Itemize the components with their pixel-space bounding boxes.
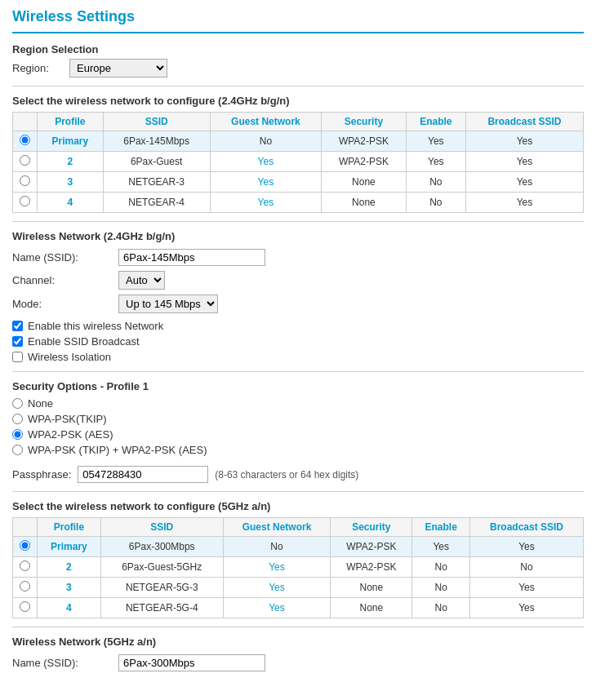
passphrase-input[interactable] [78, 466, 208, 483]
security-24ghz-section: Security Options - Profile 1 None WPA-PS… [12, 380, 584, 483]
wireless-isolation-checkbox[interactable] [12, 352, 23, 362]
security-5g-1: WPA2-PSK [331, 537, 412, 557]
table-row: 2 6Pax-Guest-5GHz Yes WPA2-PSK No No [13, 557, 584, 578]
enable-5g-3: No [412, 578, 470, 598]
radio-profile-5g-3[interactable] [20, 581, 30, 591]
enable-network-checkbox[interactable] [12, 321, 23, 331]
region-select[interactable]: Europe USA Asia Australia [69, 59, 167, 78]
broadcast-24-3: Yes [465, 172, 583, 193]
enable-ssid-checkbox[interactable] [12, 336, 23, 347]
region-section: Region Selection Region: Europe USA Asia… [12, 43, 584, 78]
table-row: 4 NETGEAR-4 Yes None No Yes [13, 193, 584, 213]
security-24-2: WPA2-PSK [322, 152, 407, 172]
security-none-label: None [28, 397, 53, 410]
table-row: Primary 6Pax-145Mbps No WPA2-PSK Yes Yes [13, 131, 584, 152]
table-row: Primary 6Pax-300Mbps No WPA2-PSK Yes Yes [13, 537, 584, 557]
col-guest-5g: Guest Network [223, 518, 331, 537]
enable-network-label: Enable this wireless Network [28, 320, 163, 332]
name-ssid-5g-input[interactable] [118, 654, 265, 671]
security-none-radio[interactable] [12, 398, 23, 409]
profile-4-label: 4 [38, 193, 104, 213]
radio-profile-24-3[interactable] [20, 175, 30, 186]
profile-5g-4-label: 4 [38, 598, 101, 618]
ssid-5g-4: NETGEAR-5G-4 [100, 598, 223, 618]
security-wpa-psk-tkip-radio[interactable] [12, 414, 23, 424]
ssid-5g-1: 6Pax-300Mbps [100, 537, 223, 557]
page-title: Wireless Settings [12, 8, 584, 25]
col-profile-24: Profile [38, 113, 104, 131]
profile-5g-2-label: 2 [38, 557, 101, 578]
name-ssid-5g-label: Name (SSID): [12, 657, 110, 669]
security-24ghz-title: Security Options - Profile 1 [12, 380, 584, 392]
guest-24-2: Yes [210, 152, 322, 172]
channel-label: Channel: [12, 274, 110, 286]
radio-profile-5g-2[interactable] [20, 560, 30, 571]
broadcast-24-4: Yes [465, 193, 583, 213]
col-enable-24: Enable [406, 113, 465, 131]
table-row: 3 NETGEAR-5G-3 Yes None No Yes [13, 578, 584, 598]
radio-profile-24-2[interactable] [20, 155, 30, 166]
table-5ghz-title: Select the wireless network to configure… [12, 500, 584, 512]
enable-24-4: No [406, 193, 465, 213]
profile-primary-label: Primary [38, 131, 104, 152]
enable-24-3: No [406, 172, 465, 193]
mode-label: Mode: [12, 298, 110, 310]
table-row: 3 NETGEAR-3 Yes None No Yes [13, 172, 584, 193]
security-wpa-combined-label: WPA-PSK (TKIP) + WPA2-PSK (AES) [28, 444, 207, 456]
profile-table-5ghz: Profile SSID Guest Network Security Enab… [12, 517, 584, 618]
broadcast-5g-4: Yes [469, 598, 583, 618]
ssid-5g-3: NETGEAR-5G-3 [100, 578, 223, 598]
enable-5g-2: No [412, 557, 470, 578]
profile-2-label: 2 [38, 152, 104, 172]
security-5g-4: None [331, 598, 412, 618]
radio-profile-5g-1[interactable] [20, 540, 30, 551]
col-guest-24: Guest Network [210, 113, 322, 131]
table-5ghz-section: Select the wireless network to configure… [12, 500, 584, 618]
guest-24-1: No [210, 131, 322, 152]
ssid-24-1: 6Pax-145Mbps [103, 131, 210, 152]
radio-profile-24-4[interactable] [20, 196, 30, 206]
radio-profile-5g-4[interactable] [20, 601, 30, 612]
guest-24-4: Yes [210, 193, 322, 213]
broadcast-24-2: Yes [465, 152, 583, 172]
broadcast-5g-3: Yes [469, 578, 583, 598]
name-ssid-label: Name (SSID): [12, 251, 110, 264]
ssid-24-3: NETGEAR-3 [103, 172, 210, 193]
wireless-isolation-label: Wireless Isolation [28, 351, 111, 363]
radio-profile-24-1[interactable] [20, 135, 30, 145]
table-24ghz-section: Select the wireless network to configure… [12, 95, 584, 213]
profile-table-24ghz: Profile SSID Guest Network Security Enab… [12, 112, 584, 213]
passphrase-label: Passphrase: [12, 468, 71, 481]
wireless-5ghz-config: Wireless Network (5GHz a/n) Name (SSID): [12, 636, 584, 671]
enable-5g-4: No [412, 598, 470, 618]
ssid-5g-2: 6Pax-Guest-5GHz [100, 557, 223, 578]
table-row: 4 NETGEAR-5G-4 Yes None No Yes [13, 598, 584, 618]
col-security-24: Security [322, 113, 407, 131]
col-enable-5g: Enable [412, 518, 470, 537]
col-ssid-24: SSID [103, 113, 210, 131]
guest-5g-1: No [223, 537, 331, 557]
security-24-1: WPA2-PSK [322, 131, 407, 152]
table-row: 2 6Pax-Guest Yes WPA2-PSK Yes Yes [13, 152, 584, 172]
security-24-4: None [322, 193, 407, 213]
enable-ssid-label: Enable SSID Broadcast [28, 335, 140, 348]
security-wpa2-psk-aes-radio[interactable] [12, 429, 23, 440]
profile-5g-3-label: 3 [38, 578, 101, 598]
name-ssid-input[interactable] [118, 249, 265, 266]
mode-select[interactable]: Up to 54 Mbps Up to 145 Mbps Up to 300 M… [118, 295, 218, 313]
guest-5g-2: Yes [223, 557, 331, 578]
security-5g-2: WPA2-PSK [331, 557, 412, 578]
security-wpa2-psk-aes-label: WPA2-PSK (AES) [28, 428, 113, 441]
col-ssid-5g: SSID [100, 518, 223, 537]
table-24ghz-title: Select the wireless network to configure… [12, 95, 584, 107]
security-24-3: None [322, 172, 407, 193]
guest-5g-4: Yes [223, 598, 331, 618]
profile-5g-primary-label: Primary [38, 537, 101, 557]
ssid-24-2: 6Pax-Guest [103, 152, 210, 172]
security-5g-3: None [331, 578, 412, 598]
col-broadcast-5g: Broadcast SSID [469, 518, 583, 537]
channel-select[interactable]: Auto 1234 5678 91011 [118, 271, 165, 290]
passphrase-section: Passphrase: (8-63 characters or 64 hex d… [12, 466, 584, 483]
wireless-5ghz-title: Wireless Network (5GHz a/n) [12, 636, 584, 648]
security-wpa-combined-radio[interactable] [12, 445, 23, 455]
